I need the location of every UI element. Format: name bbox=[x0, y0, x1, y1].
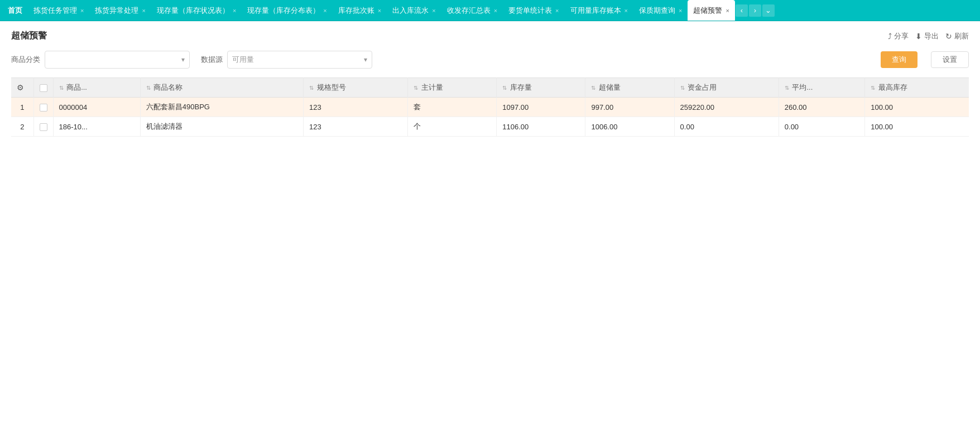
row-max-stock: 100.00 bbox=[865, 98, 969, 117]
row-unit: 套 bbox=[408, 98, 497, 117]
col-spec[interactable]: ⇅ 规格型号 bbox=[303, 78, 407, 98]
col-unit[interactable]: ⇅ 主计量 bbox=[408, 78, 497, 98]
sort-icon: ⇅ bbox=[502, 85, 507, 91]
row-product-name: 机油滤清器 bbox=[140, 117, 303, 137]
close-icon[interactable]: × bbox=[726, 7, 729, 14]
col-product-code[interactable]: ⇅ 商品... bbox=[53, 78, 140, 98]
share-button[interactable]: ⤴ 分享 bbox=[888, 31, 909, 41]
sort-icon: ⇅ bbox=[785, 85, 789, 91]
close-icon[interactable]: × bbox=[233, 7, 236, 14]
nav-menu-arrow[interactable]: ⌄ bbox=[762, 4, 775, 17]
share-icon: ⤴ bbox=[888, 32, 892, 41]
chevron-down-icon: ▾ bbox=[181, 56, 185, 64]
sort-icon: ⇅ bbox=[59, 85, 64, 91]
sort-icon: ⇅ bbox=[414, 85, 418, 91]
table-gear-header[interactable]: ⚙ bbox=[11, 78, 33, 98]
row-spec: 123 bbox=[303, 117, 407, 137]
nav-next-arrow[interactable]: › bbox=[749, 4, 761, 17]
col-stock[interactable]: ⇅ 库存量 bbox=[497, 78, 585, 98]
datasource-filter: 数据源 可用量 ▾ bbox=[201, 51, 372, 69]
datasource-select[interactable]: 可用量 ▾ bbox=[227, 51, 372, 69]
row-stock: 1097.00 bbox=[497, 98, 585, 117]
close-icon[interactable]: × bbox=[80, 7, 84, 14]
close-icon[interactable]: × bbox=[555, 7, 559, 14]
table-row[interactable]: 1 0000004 六配套新昌490BPG 123 套 1097.00 997.… bbox=[11, 98, 969, 117]
row-checkbox-cell[interactable] bbox=[33, 98, 53, 117]
col-capital[interactable]: ⇅ 资金占用 bbox=[674, 78, 779, 98]
close-icon[interactable]: × bbox=[494, 7, 497, 14]
row-capital: 259220.00 bbox=[674, 98, 779, 117]
col-overstock[interactable]: ⇅ 超储量 bbox=[585, 78, 674, 98]
row-product-name: 六配套新昌490BPG bbox=[140, 98, 303, 117]
category-select[interactable]: ▾ bbox=[45, 51, 190, 69]
nav-tab-1[interactable]: 拣货异常处理 × bbox=[89, 0, 151, 21]
export-icon: ⬇ bbox=[915, 32, 922, 41]
nav-home[interactable]: 首页 bbox=[2, 0, 28, 21]
nav-tab-9[interactable]: 保质期查询 × bbox=[633, 0, 688, 21]
nav-tab-0[interactable]: 拣货任务管理 × bbox=[28, 0, 89, 21]
refresh-icon: ↻ bbox=[945, 32, 952, 41]
row-capital: 0.00 bbox=[674, 117, 779, 137]
page-content: 超储预警 ⤴ 分享 ⬇ 导出 ↻ 刷新 商品分类 ▾ 数据源 bbox=[0, 21, 980, 446]
close-icon[interactable]: × bbox=[323, 7, 326, 14]
close-icon[interactable]: × bbox=[679, 7, 682, 14]
filter-row: 商品分类 ▾ 数据源 可用量 ▾ 查询 设置 bbox=[11, 51, 969, 69]
category-filter: 商品分类 ▾ bbox=[11, 51, 190, 69]
row-product-code: 0000004 bbox=[53, 98, 140, 117]
header-actions: ⤴ 分享 ⬇ 导出 ↻ 刷新 bbox=[888, 31, 969, 41]
row-max-stock: 100.00 bbox=[865, 117, 969, 137]
row-overstock: 1006.00 bbox=[585, 117, 674, 137]
page-title: 超储预警 bbox=[11, 30, 47, 42]
sort-icon: ⇅ bbox=[146, 85, 151, 91]
category-label: 商品分类 bbox=[11, 55, 40, 65]
chevron-down-icon: ▾ bbox=[364, 56, 367, 64]
nav-tab-7[interactable]: 要货单统计表 × bbox=[503, 0, 564, 21]
page-header: 超储预警 ⤴ 分享 ⬇ 导出 ↻ 刷新 bbox=[11, 30, 969, 42]
table-row[interactable]: 2 186-10... 机油滤清器 123 个 1106.00 1006.00 … bbox=[11, 117, 969, 137]
row-overstock: 997.00 bbox=[585, 98, 674, 117]
col-avg[interactable]: ⇅ 平均... bbox=[779, 78, 864, 98]
query-button[interactable]: 查询 bbox=[881, 51, 917, 68]
datasource-label: 数据源 bbox=[201, 55, 223, 65]
select-all-checkbox[interactable] bbox=[40, 84, 47, 92]
row-unit: 个 bbox=[408, 117, 497, 137]
nav-tab-8[interactable]: 可用量库存账本 × bbox=[565, 0, 633, 21]
top-nav: 首页 拣货任务管理 × 拣货异常处理 × 现存量（库存状况表） × 现存量（库存… bbox=[0, 0, 980, 21]
row-product-code: 186-10... bbox=[53, 117, 140, 137]
nav-tab-3[interactable]: 现存量（库存分布表） × bbox=[242, 0, 332, 21]
sort-icon: ⇅ bbox=[680, 85, 685, 91]
nav-tab-5[interactable]: 出入库流水 × bbox=[387, 0, 441, 21]
sort-icon: ⇅ bbox=[309, 85, 314, 91]
table-checkbox-header[interactable] bbox=[33, 78, 53, 98]
close-icon[interactable]: × bbox=[142, 7, 145, 14]
export-button[interactable]: ⬇ 导出 bbox=[915, 31, 939, 41]
data-table: ⚙ ⇅ 商品... ⇅ 商品名称 ⇅ 规格型号 ⇅ 主计 bbox=[11, 77, 969, 137]
col-product-name[interactable]: ⇅ 商品名称 bbox=[140, 78, 303, 98]
row-avg: 0.00 bbox=[779, 117, 864, 137]
col-max-stock[interactable]: ⇅ 最高库存 bbox=[865, 78, 969, 98]
row-checkbox[interactable] bbox=[40, 123, 47, 131]
nav-tab-10[interactable]: 超储预警 × bbox=[688, 0, 734, 21]
nav-tab-2[interactable]: 现存量（库存状况表） × bbox=[151, 0, 242, 21]
row-stock: 1106.00 bbox=[497, 117, 585, 137]
row-checkbox[interactable] bbox=[40, 104, 47, 112]
table-header-row: ⚙ ⇅ 商品... ⇅ 商品名称 ⇅ 规格型号 ⇅ 主计 bbox=[11, 78, 969, 98]
row-avg: 260.00 bbox=[779, 98, 864, 117]
close-icon[interactable]: × bbox=[378, 7, 381, 14]
close-icon[interactable]: × bbox=[432, 7, 435, 14]
row-checkbox-cell[interactable] bbox=[33, 117, 53, 137]
row-spec: 123 bbox=[303, 98, 407, 117]
sort-icon: ⇅ bbox=[871, 85, 875, 91]
row-index: 1 bbox=[11, 98, 33, 117]
refresh-button[interactable]: ↻ 刷新 bbox=[945, 31, 969, 41]
nav-tab-6[interactable]: 收发存汇总表 × bbox=[441, 0, 503, 21]
close-icon[interactable]: × bbox=[624, 7, 628, 14]
sort-icon: ⇅ bbox=[591, 85, 595, 91]
nav-tab-4[interactable]: 库存批次账 × bbox=[333, 0, 387, 21]
settings-button[interactable]: 设置 bbox=[931, 51, 969, 68]
nav-prev-arrow[interactable]: ‹ bbox=[736, 4, 748, 17]
row-index: 2 bbox=[11, 117, 33, 137]
